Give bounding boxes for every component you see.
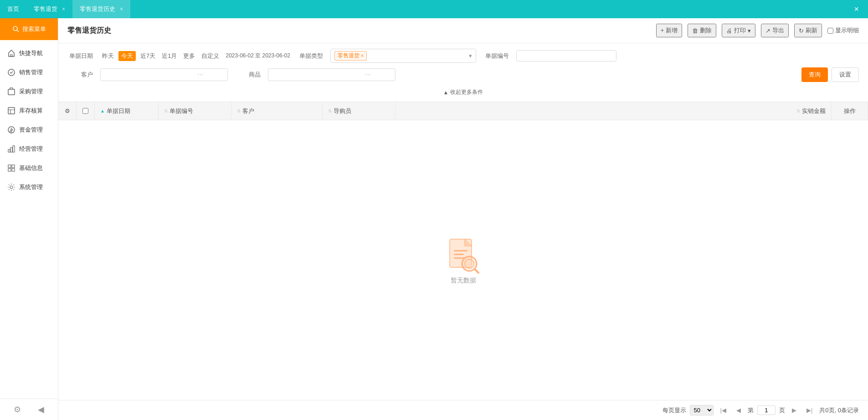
svg-rect-12 bbox=[8, 169, 11, 171]
delete-button-label: 删除 bbox=[700, 26, 712, 35]
next-page-button[interactable]: ▶ bbox=[789, 405, 800, 415]
tab-bar: 首页 零售退货 × 零售退货历史 × bbox=[0, 0, 850, 18]
sidebar-bottom: ⚙ ◀ bbox=[0, 399, 58, 420]
search-icon bbox=[12, 26, 20, 33]
date-label: 单据日期 bbox=[67, 52, 93, 60]
system-icon bbox=[7, 183, 15, 191]
show-details-checkbox[interactable] bbox=[827, 28, 833, 34]
last-page-button[interactable]: ▶| bbox=[803, 405, 816, 415]
finance-icon bbox=[7, 126, 15, 134]
print-button[interactable]: 🖨 打印 ▾ bbox=[722, 24, 755, 37]
sidebar-search[interactable]: 搜索菜单 bbox=[0, 18, 58, 40]
content-area: 零售退货历史 + 新增 🗑 删除 🖨 打印 ▾ ↗ 导出 bbox=[58, 18, 868, 420]
page-unit-label: 页 bbox=[779, 406, 785, 415]
sidebar-item-inventory[interactable]: 库存核算 bbox=[0, 101, 58, 120]
doc-type-label: 单据类型 bbox=[298, 52, 323, 60]
tab-home-label: 首页 bbox=[7, 5, 19, 13]
table-col-doc-date-label: 单据日期 bbox=[107, 107, 130, 115]
date-shortcut-yesterday[interactable]: 昨天 bbox=[100, 51, 116, 61]
first-page-button[interactable]: |◀ bbox=[717, 405, 729, 415]
table-col-doc-no[interactable]: ⇅ 单据编号 bbox=[159, 102, 231, 120]
table-select-all-checkbox[interactable] bbox=[82, 108, 88, 114]
sidebar-item-finance[interactable]: 资金管理 bbox=[0, 120, 58, 139]
svg-rect-5 bbox=[8, 108, 15, 114]
page-size-select[interactable]: 10 20 50 100 bbox=[690, 405, 714, 415]
table-col-doc-date[interactable]: ▲ 单据日期 bbox=[95, 102, 159, 120]
goods-input[interactable] bbox=[272, 72, 363, 78]
tab-retail-return-history[interactable]: 零售退货历史 × bbox=[72, 0, 130, 18]
sidebar-item-purchase-mgmt-label: 采购管理 bbox=[19, 87, 43, 96]
export-button[interactable]: ↗ 导出 bbox=[761, 24, 789, 37]
svg-line-1 bbox=[17, 30, 19, 32]
sidebar-item-basic-info-label: 基础信息 bbox=[19, 164, 43, 172]
table-col-amount[interactable]: ⇅ 实销金额 bbox=[395, 102, 832, 120]
sidebar-item-operations[interactable]: 经营管理 bbox=[0, 139, 58, 159]
table-col-operation-label: 操作 bbox=[844, 107, 856, 115]
sort-up-icon: ▲ bbox=[100, 108, 105, 113]
query-button[interactable]: 查询 bbox=[801, 67, 828, 82]
delete-button[interactable]: 🗑 删除 bbox=[688, 24, 716, 37]
purchase-icon bbox=[7, 87, 15, 96]
date-shortcut-more[interactable]: 更多 bbox=[181, 51, 197, 61]
customer-ellipsis-button[interactable]: ··· bbox=[197, 71, 203, 79]
doc-type-tag: 零售退货 × bbox=[334, 51, 367, 61]
sidebar-item-purchase-mgmt[interactable]: 采购管理 bbox=[0, 82, 58, 101]
table-col-customer[interactable]: ⇅ 客户 bbox=[231, 102, 323, 120]
sidebar-item-sales-mgmt[interactable]: 销售管理 bbox=[0, 63, 58, 82]
svg-rect-11 bbox=[12, 165, 15, 168]
tab-retail-return-close[interactable]: × bbox=[62, 6, 65, 12]
sidebar-item-sales-mgmt-label: 销售管理 bbox=[19, 68, 43, 77]
table-col-guide[interactable]: ⇅ 导购员 bbox=[323, 102, 395, 120]
date-shortcut-1month[interactable]: 近1月 bbox=[160, 51, 179, 61]
table-col-operation: 操作 bbox=[832, 102, 868, 120]
print-arrow-icon: ▾ bbox=[748, 27, 751, 34]
doc-no-input[interactable] bbox=[516, 50, 616, 61]
sidebar-item-finance-label: 资金管理 bbox=[19, 126, 43, 134]
filter-row-2: 客户 ··· 商品 ··· 查询 设置 bbox=[67, 67, 859, 82]
page-number-input[interactable] bbox=[757, 405, 776, 415]
page-header: 零售退货历史 + 新增 🗑 删除 🖨 打印 ▾ ↗ 导出 bbox=[58, 18, 868, 43]
collapse-bar[interactable]: ▲ 收起更多条件 bbox=[67, 87, 859, 98]
date-shortcuts: 昨天 今天 近7天 近1月 更多 自定义 2023-06-02 至 2023-0… bbox=[100, 51, 290, 61]
page-label: 第 bbox=[748, 406, 754, 415]
table-col-customer-label: 客户 bbox=[242, 107, 254, 115]
goods-ellipsis-button[interactable]: ··· bbox=[365, 71, 371, 79]
settings-gear-button[interactable]: ⚙ bbox=[14, 405, 21, 415]
doc-type-tag-close[interactable]: × bbox=[361, 53, 364, 58]
prev-page-button[interactable]: ◀ bbox=[733, 405, 744, 415]
customer-input[interactable] bbox=[104, 72, 195, 78]
customer-label: 客户 bbox=[67, 71, 93, 79]
sort-icon-guide: ⇅ bbox=[328, 108, 332, 113]
tab-home[interactable]: 首页 bbox=[0, 0, 26, 18]
table-col-settings[interactable]: ⚙ bbox=[58, 102, 77, 120]
sidebar-item-basic-info[interactable]: 基础信息 bbox=[0, 159, 58, 178]
top-bar-right: × bbox=[850, 5, 868, 14]
collapse-sidebar-button[interactable]: ◀ bbox=[38, 405, 44, 415]
refresh-icon: ↻ bbox=[799, 27, 804, 34]
table-header: ⚙ ▲ 单据日期 ⇅ 单据编号 ⇅ 客户 ⇅ bbox=[58, 102, 868, 120]
date-shortcut-custom[interactable]: 自定义 bbox=[200, 51, 221, 61]
settings-button[interactable]: 设置 bbox=[832, 67, 859, 82]
date-shortcut-7days[interactable]: 近7天 bbox=[139, 51, 157, 61]
filter-row-1: 单据日期 昨天 今天 近7天 近1月 更多 自定义 2023-06-02 至 2… bbox=[67, 49, 859, 63]
new-button[interactable]: + 新增 bbox=[656, 24, 682, 37]
delete-icon: 🗑 bbox=[692, 27, 698, 34]
tab-retail-return[interactable]: 零售退货 × bbox=[26, 0, 72, 18]
top-close-button[interactable]: × bbox=[850, 5, 863, 14]
doc-type-select[interactable]: 零售退货 × ▾ bbox=[330, 49, 476, 63]
sidebar-item-system-mgmt[interactable]: 系统管理 bbox=[0, 178, 58, 197]
print-icon: 🖨 bbox=[726, 27, 732, 34]
svg-rect-2 bbox=[10, 55, 12, 56]
refresh-button[interactable]: ↻ 刷新 bbox=[794, 24, 822, 37]
tab-retail-return-history-close[interactable]: × bbox=[120, 6, 123, 12]
export-button-label: 导出 bbox=[772, 26, 784, 35]
table-col-checkbox[interactable] bbox=[77, 102, 95, 120]
sidebar-item-quick-nav[interactable]: 快捷导航 bbox=[0, 44, 58, 63]
sidebar: 搜索菜单 快捷导航 销售管理 bbox=[0, 18, 58, 420]
svg-rect-8 bbox=[10, 148, 12, 152]
date-shortcut-today[interactable]: 今天 bbox=[118, 51, 136, 61]
svg-rect-9 bbox=[13, 146, 15, 152]
top-bar: 首页 零售退货 × 零售退货历史 × × bbox=[0, 0, 868, 18]
new-button-label: + 新增 bbox=[661, 26, 678, 35]
sidebar-item-operations-label: 经营管理 bbox=[19, 145, 43, 153]
